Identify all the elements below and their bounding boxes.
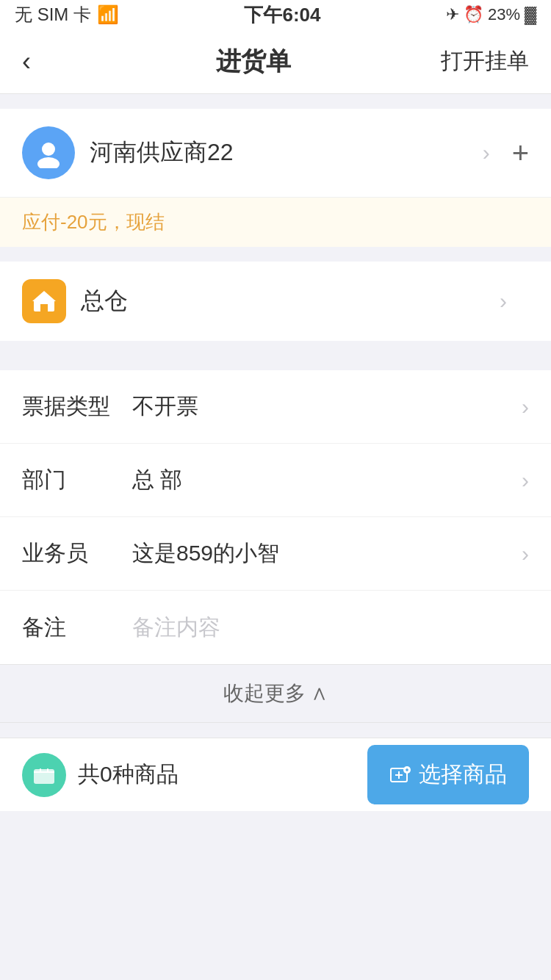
back-button[interactable]: ‹ bbox=[22, 46, 66, 77]
page-title: 进货单 bbox=[216, 45, 291, 79]
supplier-name: 河南供应商22 bbox=[90, 137, 483, 169]
add-icon[interactable]: + bbox=[512, 137, 529, 170]
status-right: ✈ ⏰ 23% ▓ bbox=[446, 5, 536, 24]
remark-row[interactable]: 备注 备注内容 bbox=[0, 591, 551, 664]
select-product-label: 选择商品 bbox=[419, 760, 507, 790]
select-product-button[interactable]: 选择商品 bbox=[367, 745, 529, 804]
svg-point-1 bbox=[37, 157, 60, 168]
invoice-type-row[interactable]: 票据类型 不开票 › bbox=[0, 370, 551, 444]
staff-chevron-icon: › bbox=[522, 541, 529, 566]
invoice-chevron-icon: › bbox=[522, 394, 529, 419]
avatar bbox=[22, 126, 75, 179]
status-bar: 无 SIM 卡 📶 下午6:04 ✈ ⏰ 23% ▓ bbox=[0, 0, 551, 29]
remark-input[interactable]: 备注内容 bbox=[125, 613, 529, 643]
location-icon: ✈ bbox=[446, 5, 459, 24]
warehouse-icon bbox=[22, 279, 66, 323]
gap-2 bbox=[0, 247, 551, 262]
battery-label: 23% bbox=[488, 5, 520, 24]
nav-bar: ‹ 进货单 打开挂单 bbox=[0, 29, 551, 94]
bottom-bar: 共0种商品 选择商品 bbox=[0, 738, 551, 811]
staff-row[interactable]: 业务员 这是859的小智 › bbox=[0, 517, 551, 591]
status-time: 下午6:04 bbox=[244, 2, 320, 28]
staff-label: 业务员 bbox=[22, 538, 125, 569]
supplier-section: 河南供应商22 › + 应付-20元，现结 bbox=[0, 109, 551, 247]
product-count: 共0种商品 bbox=[78, 760, 367, 790]
department-row[interactable]: 部门 总 部 › bbox=[0, 444, 551, 517]
battery-icon: ▓ bbox=[525, 5, 536, 24]
sim-label: 无 SIM 卡 bbox=[15, 3, 91, 26]
wifi-icon: 📶 bbox=[97, 4, 119, 25]
product-icon bbox=[22, 753, 66, 797]
invoice-type-label: 票据类型 bbox=[22, 392, 125, 422]
supplier-chevron-icon: › bbox=[483, 140, 490, 165]
warehouse-chevron-icon: › bbox=[500, 289, 507, 314]
collapse-label: 收起更多 ∧ bbox=[223, 680, 328, 707]
svg-point-0 bbox=[42, 143, 55, 156]
warehouse-name: 总仓 bbox=[81, 285, 500, 317]
supplier-row[interactable]: 河南供应商22 › + bbox=[0, 109, 551, 198]
svg-rect-4 bbox=[40, 304, 48, 311]
gap-3 bbox=[0, 341, 551, 356]
collapse-button[interactable]: 收起更多 ∧ bbox=[0, 664, 551, 723]
gap-1 bbox=[0, 94, 551, 109]
svg-marker-3 bbox=[32, 291, 56, 301]
warehouse-row[interactable]: 总仓 › bbox=[0, 262, 551, 341]
gap-4 bbox=[0, 723, 551, 738]
remark-label: 备注 bbox=[22, 613, 125, 643]
alarm-icon: ⏰ bbox=[464, 5, 483, 24]
warehouse-section[interactable]: 总仓 › bbox=[0, 262, 551, 341]
invoice-type-value: 不开票 bbox=[125, 392, 522, 422]
staff-value: 这是859的小智 bbox=[125, 538, 522, 569]
open-pending-button[interactable]: 打开挂单 bbox=[441, 46, 529, 76]
department-label: 部门 bbox=[22, 465, 125, 495]
status-left: 无 SIM 卡 📶 bbox=[15, 3, 119, 26]
department-chevron-icon: › bbox=[522, 468, 529, 493]
form-section: 票据类型 不开票 › 部门 总 部 › 业务员 这是859的小智 › 备注 备注… bbox=[0, 370, 551, 664]
department-value: 总 部 bbox=[125, 465, 522, 495]
notice-bar: 应付-20元，现结 bbox=[0, 198, 551, 247]
